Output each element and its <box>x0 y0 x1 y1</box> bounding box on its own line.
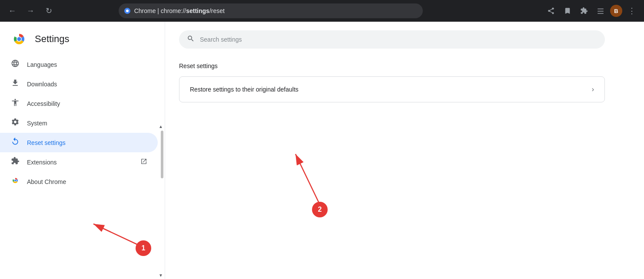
reset-icon <box>10 137 20 148</box>
accessibility-icon <box>10 98 20 109</box>
tab-search-button[interactable] <box>594 4 607 18</box>
section-title: Reset settings <box>179 62 630 69</box>
chrome-logo-icon <box>10 30 28 48</box>
globe-icon <box>10 59 20 70</box>
sidebar-item-extensions[interactable]: Extensions <box>0 152 158 172</box>
sidebar-item-label: Extensions <box>27 159 133 166</box>
sidebar-item-accessibility[interactable]: Accessibility <box>0 94 158 113</box>
back-button[interactable]: ← <box>5 4 19 18</box>
sidebar-item-label: Downloads <box>27 81 147 88</box>
sidebar-item-languages[interactable]: Languages <box>0 55 158 74</box>
restore-defaults-label: Restore settings to their original defau… <box>190 86 299 93</box>
sidebar-item-label: Accessibility <box>27 100 147 107</box>
settings-title: Settings <box>35 33 70 45</box>
search-input[interactable] <box>200 36 597 43</box>
toolbar-actions: B ⋮ <box>544 4 639 18</box>
chevron-right-icon: › <box>592 85 594 93</box>
extensions-icon <box>10 157 20 167</box>
bookmark-button[interactable] <box>561 4 574 18</box>
annotation-circle-2: 2 <box>312 202 328 217</box>
main-content: Reset settings Restore settings to their… <box>165 22 644 279</box>
system-icon <box>10 118 20 128</box>
sidebar-item-downloads[interactable]: Downloads <box>0 74 158 94</box>
sidebar-item-reset-settings[interactable]: Reset settings <box>0 133 158 152</box>
main-layout: Settings Languages Downloads <box>0 22 644 279</box>
about-chrome-icon <box>10 176 20 187</box>
site-favicon-icon <box>124 7 131 14</box>
sidebar-item-system[interactable]: System <box>0 113 158 133</box>
profile-avatar[interactable]: B <box>610 5 622 17</box>
restore-defaults-item[interactable]: Restore settings to their original defau… <box>179 77 604 102</box>
scrollbar-thumb[interactable] <box>161 131 163 178</box>
annotation-circle-1: 1 <box>136 240 151 256</box>
reset-settings-card: Restore settings to their original defau… <box>179 76 605 102</box>
sidebar-item-label: About Chrome <box>27 178 147 185</box>
address-bar[interactable]: Chrome | chrome://settings/reset <box>119 3 423 18</box>
search-bar[interactable] <box>179 30 605 49</box>
download-icon <box>10 79 20 89</box>
sidebar-item-label: Languages <box>27 61 147 68</box>
sidebar-item-about-chrome[interactable]: About Chrome <box>0 172 158 191</box>
reload-button[interactable]: ↻ <box>42 4 56 18</box>
sidebar-item-label: Reset settings <box>27 139 147 146</box>
share-button[interactable] <box>544 4 558 18</box>
svg-point-1 <box>126 10 129 12</box>
svg-point-6 <box>14 180 17 182</box>
svg-point-4 <box>17 37 21 41</box>
sidebar-item-label: System <box>27 120 147 127</box>
more-menu-button[interactable]: ⋮ <box>625 4 639 18</box>
scroll-up-arrow[interactable]: ▲ <box>158 123 164 129</box>
browser-toolbar: ← → ↻ Chrome | chrome://settings/reset B <box>0 0 644 22</box>
address-text: Chrome | chrome://settings/reset <box>134 7 225 14</box>
forward-button[interactable]: → <box>23 4 37 18</box>
extensions-toolbar-button[interactable] <box>577 4 591 18</box>
external-link-icon <box>140 158 147 166</box>
sidebar-header: Settings <box>0 22 165 55</box>
scroll-down-arrow[interactable]: ▼ <box>158 272 164 278</box>
search-icon <box>187 35 195 44</box>
